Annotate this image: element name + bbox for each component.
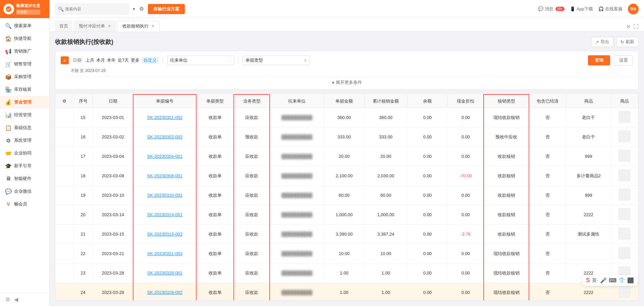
sidebar-item-system[interactable]: ⚙ 系统管理 bbox=[0, 134, 49, 147]
filter-expand-left[interactable]: » bbox=[61, 56, 69, 64]
cell-no bbox=[55, 186, 73, 205]
cell-bill-no[interactable]: SK-20230314-001 bbox=[133, 205, 196, 225]
export-button[interactable]: ↗ 导出 bbox=[591, 37, 613, 47]
cell-bill-no[interactable]: SK-20230315-002 bbox=[133, 225, 196, 244]
sidebar-item-label: 经营管理 bbox=[14, 112, 32, 118]
bill-no-link[interactable]: SK-20230304-001 bbox=[147, 154, 183, 159]
cell-verify-type: 收款核销 bbox=[484, 186, 529, 205]
grid-icon[interactable]: ⬛ bbox=[627, 277, 634, 284]
shirt-icon[interactable]: 👕 bbox=[619, 277, 625, 284]
settings-icon[interactable]: ⚙ bbox=[5, 296, 10, 303]
bill-type-filter[interactable]: 单据类型 ▾ bbox=[243, 56, 310, 65]
col-header-product: 商品 bbox=[566, 95, 611, 108]
bill-no-link[interactable]: SK-20230321-003 bbox=[147, 251, 183, 256]
logo-text-group: 畅康道好生意 标推版 bbox=[16, 3, 40, 15]
sidebar-item-label: 基础信息 bbox=[14, 125, 32, 131]
messages-action[interactable]: 💬 消息 99+ bbox=[538, 6, 565, 12]
bill-no-link[interactable]: SK-20230301-002 bbox=[147, 115, 183, 120]
cell-no bbox=[55, 108, 73, 127]
sidebar-item-inventory[interactable]: 🏪 库存核算 bbox=[0, 83, 49, 96]
bill-no-link[interactable]: SK-20230302-002 bbox=[147, 134, 183, 139]
date-last-month[interactable]: 上月 bbox=[86, 57, 94, 63]
cell-verify-type: 现结收款核销 bbox=[484, 108, 529, 127]
sidebar-item-basic-info[interactable]: 📋 基础信息 bbox=[0, 121, 49, 134]
cell-party: ██████████ bbox=[270, 283, 324, 301]
party-filter[interactable]: 往来单位 ··· bbox=[167, 56, 234, 65]
cell-bill-no[interactable]: SK-20230321-003 bbox=[133, 244, 196, 263]
cell-bill-no[interactable]: SK-20230328-002 bbox=[133, 283, 196, 301]
topbar-search-box[interactable]: 🔍 bbox=[55, 4, 129, 14]
cell-verify-amount: 20.00 bbox=[364, 147, 407, 166]
keyboard-icon[interactable]: ⌨ bbox=[609, 277, 616, 284]
topbar-dropdown[interactable]: ▾ bbox=[133, 6, 135, 11]
bill-type-label: 单据类型 bbox=[246, 57, 263, 63]
page-header: 收款核销执行(按收款) ↗ 导出 ↻ 刷新 bbox=[55, 37, 639, 47]
cell-party: ██████████ bbox=[270, 108, 324, 127]
bill-no-link[interactable]: SK-20230310-001 bbox=[147, 193, 183, 198]
bill-no-link[interactable]: SK-20230314-001 bbox=[147, 212, 183, 217]
sidebar-item-wechat[interactable]: 💬 企业微信 bbox=[0, 185, 49, 198]
expand-conditions-btn[interactable]: ▾ 展开更多条件 bbox=[61, 76, 633, 85]
cell-balance: 0.00 bbox=[407, 147, 448, 166]
sidebar-item-enterprise[interactable]: 🤝 企业协同 bbox=[0, 147, 49, 160]
sidebar-item-marketing[interactable]: 📢 营销推广 bbox=[0, 45, 49, 58]
sidebar-item-member[interactable]: V 畅会员 bbox=[0, 198, 49, 210]
page-content: 收款核销执行(按收款) ↗ 导出 ↻ 刷新 » 日期 上月 本月 bbox=[50, 32, 644, 306]
settings-button[interactable]: 设置 bbox=[614, 55, 633, 65]
cell-date: 2023-03-15 bbox=[93, 225, 133, 244]
cell-bill-no[interactable]: SK-20230301-002 bbox=[133, 108, 196, 127]
query-button[interactable]: 查询 bbox=[588, 55, 610, 65]
refresh-button[interactable]: ↻ 刷新 bbox=[616, 37, 639, 47]
cell-party: ██████████ bbox=[270, 147, 324, 166]
search-input[interactable] bbox=[65, 7, 126, 11]
sidebar-item-operation[interactable]: 📊 经营管理 bbox=[0, 109, 49, 121]
tab-home[interactable]: 首页 bbox=[55, 20, 72, 31]
date-more[interactable]: 更多 bbox=[131, 57, 140, 63]
solution-button[interactable]: 体验行业方案 bbox=[148, 4, 185, 14]
bill-no-link[interactable]: SK-20230308-001 bbox=[147, 173, 183, 178]
service-icon: 🎧 bbox=[598, 6, 604, 11]
sidebar-item-hardware[interactable]: 🖥 智能硬件 bbox=[0, 172, 49, 185]
app-icon: 📱 bbox=[570, 6, 575, 11]
cell-bill-no[interactable]: SK-20230304-001 bbox=[133, 147, 196, 166]
bill-no-link[interactable]: SK-20230328-001 bbox=[147, 270, 183, 276]
cell-bill-no[interactable]: SK-20230328-001 bbox=[133, 263, 196, 283]
tab-verify[interactable]: 收款核销执行 ✕ bbox=[117, 21, 160, 32]
tab-close-icon[interactable]: ✕ bbox=[108, 24, 111, 28]
cell-product: 999 bbox=[566, 147, 611, 166]
sidebar-item-finance[interactable]: 💰 资金管理 bbox=[0, 96, 49, 109]
col-header-settings[interactable]: ⚙ bbox=[55, 95, 73, 108]
col-header-discount: 现金折扣 bbox=[448, 95, 484, 108]
cell-included: 否 bbox=[529, 127, 566, 147]
date-last-7[interactable]: 近7天 bbox=[118, 57, 129, 63]
cell-balance: 0.00 bbox=[407, 263, 448, 283]
col-header-verify-amount: 累计核销金额 bbox=[364, 95, 407, 108]
cell-balance: 0.00 bbox=[407, 186, 448, 205]
date-this-year[interactable]: 本年 bbox=[107, 57, 116, 63]
bill-no-link[interactable]: SK-20230328-002 bbox=[147, 290, 183, 295]
window-expand-icon[interactable]: ⛶ bbox=[633, 24, 639, 30]
gear-icon[interactable]: ⚙ bbox=[139, 6, 144, 12]
date-custom[interactable]: 自定义 bbox=[142, 57, 159, 64]
table-row: 24 2023-03-28 SK-20230328-002 收款单 应收款 ██… bbox=[55, 283, 638, 301]
collapse-icon[interactable]: ◀ bbox=[14, 296, 18, 303]
cell-bill-no[interactable]: SK-20230302-002 bbox=[133, 127, 196, 147]
sidebar-item-sales[interactable]: 🛒 销售管理 bbox=[0, 58, 49, 70]
user-avatar[interactable]: Rit bbox=[628, 4, 639, 14]
sidebar-item-guide[interactable]: 🎓 新手引导 bbox=[0, 160, 49, 172]
party-blurred: ██████████ bbox=[281, 232, 312, 237]
cell-bill-no[interactable]: SK-20230310-001 bbox=[133, 186, 196, 205]
app-download-action[interactable]: 📱 App下载 bbox=[570, 6, 593, 12]
sidebar-item-purchase[interactable]: 📦 采购管理 bbox=[0, 70, 49, 83]
service-action[interactable]: 🎧 在线客服 bbox=[598, 6, 623, 12]
date-this-month[interactable]: 本月 bbox=[96, 57, 105, 63]
cell-bill-no[interactable]: SK-20230308-001 bbox=[133, 166, 196, 186]
mic-icon[interactable]: 🎤 bbox=[600, 277, 607, 284]
sidebar-item-quick-nav[interactable]: 🏠 快捷导航 bbox=[0, 32, 49, 45]
tab-payable[interactable]: 预付冲应付单 ✕ bbox=[74, 20, 116, 31]
window-close-icon[interactable]: ✕ bbox=[626, 23, 631, 30]
settings-icon[interactable]: ⚙ bbox=[62, 99, 66, 104]
sidebar-item-search-menu[interactable]: 🔍 搜索菜单 bbox=[0, 19, 49, 32]
bill-no-link[interactable]: SK-20230315-002 bbox=[147, 232, 183, 237]
tab-close-icon[interactable]: ✕ bbox=[151, 24, 155, 28]
